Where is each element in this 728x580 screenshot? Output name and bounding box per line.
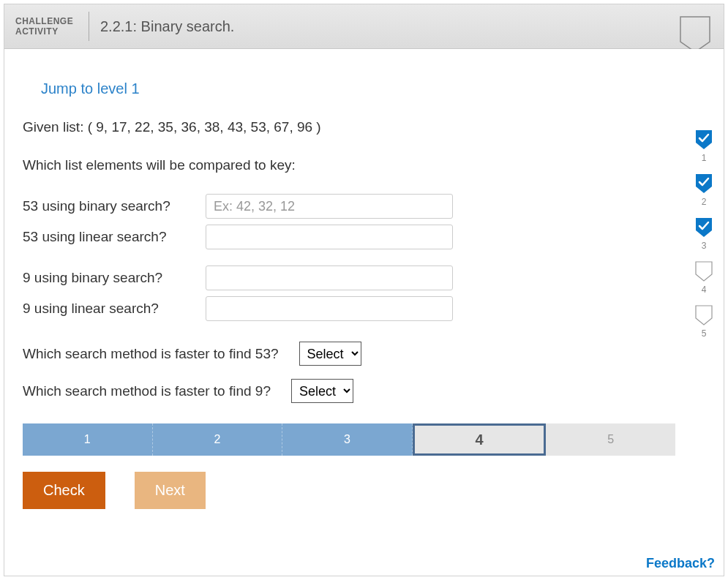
shield-check-icon — [695, 217, 713, 238]
question-row-2: 53 using linear search? — [23, 225, 705, 249]
progress-seg-1[interactable]: 1 — [23, 423, 153, 456]
check-button[interactable]: Check — [23, 472, 105, 509]
s1-label: Which search method is faster to find 53… — [23, 346, 279, 362]
header-title: 2.2.1: Binary search. — [100, 18, 234, 35]
header-label: CHALLENGE ACTIVITY — [15, 16, 85, 37]
jump-to-level-link[interactable]: Jump to level 1 — [41, 80, 140, 97]
s1-select[interactable]: Select — [299, 342, 361, 366]
next-button[interactable]: Next — [135, 472, 206, 509]
s2-select[interactable]: Select — [291, 379, 353, 403]
shield-empty-icon — [695, 305, 713, 325]
side-item-5[interactable]: 5 — [695, 305, 713, 339]
header-label-line2: ACTIVITY — [15, 26, 85, 37]
side-num-4: 4 — [702, 285, 707, 295]
button-row: Check Next — [23, 472, 705, 509]
q4-input[interactable] — [206, 296, 453, 321]
s2-label: Which search method is faster to find 9? — [23, 383, 271, 399]
progress-bar: 1 2 3 4 5 — [23, 423, 675, 456]
q4-label: 9 using linear search? — [23, 301, 206, 317]
shield-check-icon — [695, 173, 713, 194]
side-item-2[interactable]: 2 — [695, 173, 713, 207]
progress-seg-3[interactable]: 3 — [282, 423, 413, 456]
side-item-3[interactable]: 3 — [695, 217, 713, 251]
side-num-2: 2 — [702, 197, 707, 207]
side-num-3: 3 — [702, 241, 707, 251]
select-row-2: Which search method is faster to find 9?… — [23, 379, 705, 403]
question-row-4: 9 using linear search? — [23, 296, 705, 321]
q2-input[interactable] — [206, 225, 453, 249]
side-item-4[interactable]: 4 — [695, 261, 713, 295]
select-row-1: Which search method is faster to find 53… — [23, 342, 705, 366]
question-row-1: 53 using binary search? — [23, 194, 705, 219]
feedback-link[interactable]: Feedback? — [646, 556, 715, 571]
given-list-text: Given list: ( 9, 17, 22, 35, 36, 38, 43,… — [23, 119, 705, 135]
q3-label: 9 using binary search? — [23, 270, 206, 286]
shield-check-icon — [695, 129, 713, 150]
shield-empty-icon — [695, 261, 713, 282]
progress-seg-5[interactable]: 5 — [546, 423, 675, 456]
side-progress: 1 2 3 4 — [695, 129, 713, 339]
progress-seg-2[interactable]: 2 — [153, 423, 283, 456]
progress-seg-4[interactable]: 4 — [413, 423, 547, 456]
activity-header: CHALLENGE ACTIVITY 2.2.1: Binary search. — [4, 4, 724, 49]
header-label-line1: CHALLENGE — [15, 16, 85, 26]
question-row-3: 9 using binary search? — [23, 265, 705, 290]
side-num-1: 1 — [702, 153, 707, 163]
q2-label: 53 using linear search? — [23, 229, 206, 245]
q3-input[interactable] — [206, 265, 453, 290]
side-num-5: 5 — [702, 328, 707, 339]
q1-label: 53 using binary search? — [23, 198, 206, 214]
activity-body: Jump to level 1 Given list: ( 9, 17, 22,… — [4, 49, 724, 576]
activity-container: CHALLENGE ACTIVITY 2.2.1: Binary search.… — [4, 4, 724, 576]
header-divider — [89, 12, 89, 41]
side-item-1[interactable]: 1 — [695, 129, 713, 163]
prompt-text: Which list elements will be compared to … — [23, 157, 705, 173]
q1-input[interactable] — [206, 194, 453, 219]
